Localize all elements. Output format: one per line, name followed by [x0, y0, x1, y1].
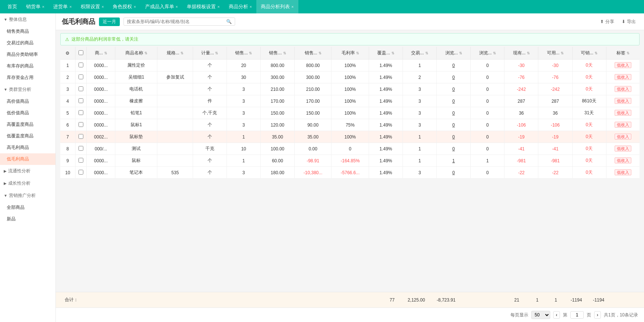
- nav-product-analysis[interactable]: 商品分析 ×: [224, 0, 256, 13]
- row-checkbox-cell: [75, 83, 86, 95]
- sidebar-item-high-margin[interactable]: 高毛利商品: [0, 142, 55, 153]
- search-input[interactable]: [127, 19, 225, 24]
- pagination-summary: 共1页，10条记录: [604, 312, 638, 318]
- row-current-stock: -242: [504, 83, 538, 95]
- row-code: 0000...: [86, 60, 115, 71]
- nav-home[interactable]: 首页: [3, 0, 22, 13]
- table-header-row: ⚙ 商... ⇅ 商品名称 ⇅ 规格... ⇅ 计量... ⇅ 销售... ⇅ …: [60, 47, 640, 60]
- sidebar-item-high-value[interactable]: 高价值商品: [0, 96, 55, 107]
- section-growth-arrow: ▶: [4, 181, 7, 185]
- nav-product-analysis-list-close[interactable]: ×: [291, 4, 294, 9]
- row-view1[interactable]: 0: [437, 83, 471, 95]
- row-view1[interactable]: 0: [437, 95, 471, 107]
- sidebar-section-overall[interactable]: ▼ 整体信息: [0, 13, 55, 26]
- row-checkbox[interactable]: [79, 134, 83, 139]
- nav-role-auth[interactable]: 角色授权 ×: [108, 0, 140, 13]
- share-icon: ⬆: [600, 19, 604, 24]
- row-checkbox-cell: [75, 143, 86, 155]
- row-view1[interactable]: 0: [437, 60, 471, 71]
- nav-sales-order-close[interactable]: ×: [42, 4, 44, 9]
- row-view1[interactable]: 0: [437, 71, 471, 83]
- nav-product-entry[interactable]: 产成品入库单 ×: [141, 0, 182, 13]
- export-icon: ⬇: [622, 19, 625, 24]
- sidebar-item-all-products[interactable]: 全部商品: [0, 202, 55, 213]
- row-name: 鼠标: [115, 155, 157, 167]
- row-name: 橡皮擦: [115, 95, 157, 107]
- date-filter-button[interactable]: 近一月: [99, 17, 120, 26]
- row-checkbox[interactable]: [79, 98, 83, 103]
- row-current-stock: -19: [504, 131, 538, 143]
- col-settings[interactable]: ⚙: [60, 47, 75, 60]
- sidebar-item-category-rate[interactable]: 商品分类助销率: [0, 49, 55, 60]
- row-unit: 千克: [193, 143, 227, 155]
- sidebar-section-flow[interactable]: ▶ 流通性分析: [0, 165, 55, 177]
- sidebar-item-low-margin[interactable]: 低毛利商品: [0, 153, 55, 165]
- row-no: 5: [60, 107, 75, 119]
- select-all-checkbox[interactable]: [79, 50, 83, 55]
- sidebar-item-low-value[interactable]: 低价值商品: [0, 107, 55, 119]
- nav-product-analysis-close[interactable]: ×: [250, 4, 252, 9]
- nav-permission-settings-close[interactable]: ×: [102, 4, 104, 9]
- nav-permission-settings[interactable]: 权限设置 ×: [76, 0, 108, 13]
- nav-product-analysis-list[interactable]: 商品分析列表 ×: [256, 0, 298, 13]
- row-checkbox[interactable]: [79, 122, 83, 127]
- sidebar-item-in-stock[interactable]: 有库存的商品: [0, 60, 55, 72]
- row-spec: [157, 83, 193, 95]
- nav-template-settings-close[interactable]: ×: [217, 4, 220, 9]
- nav-purchase-order[interactable]: 进货单 ×: [49, 0, 76, 13]
- export-button[interactable]: ⬇ 导出: [619, 17, 638, 26]
- row-checkbox[interactable]: [79, 63, 83, 67]
- row-sales-qty: 1: [227, 131, 260, 143]
- col-code: 商... ⇅: [86, 47, 115, 60]
- tag-badge: 低收入: [615, 74, 631, 80]
- row-checkbox[interactable]: [79, 170, 83, 175]
- row-view1[interactable]: 0: [437, 119, 471, 131]
- row-unit: 个: [193, 71, 227, 83]
- sidebar-item-capital[interactable]: 库存资金占用: [0, 72, 55, 83]
- row-view1[interactable]: 0: [437, 143, 471, 155]
- row-unit: 个: [193, 119, 227, 131]
- row-view1[interactable]: 1: [437, 155, 471, 167]
- sidebar-item-sales-products[interactable]: 销售类商品: [0, 26, 55, 37]
- nav-product-entry-close[interactable]: ×: [176, 4, 178, 9]
- nav-sales-order[interactable]: 销货单 ×: [22, 0, 49, 13]
- row-name: 属性定价: [115, 60, 157, 71]
- row-transaction: 1: [403, 155, 437, 167]
- sidebar-section-cluster[interactable]: ▼ 类群堂分析: [0, 83, 55, 96]
- row-checkbox[interactable]: [79, 86, 83, 91]
- sidebar-item-new-products[interactable]: 新品: [0, 213, 55, 225]
- sidebar-item-traded-products[interactable]: 交易过的商品: [0, 37, 55, 49]
- row-view1[interactable]: 0: [437, 167, 471, 179]
- search-icon[interactable]: 🔍: [226, 19, 232, 24]
- nav-purchase-order-close[interactable]: ×: [69, 4, 71, 9]
- row-checkbox-cell: [75, 95, 86, 107]
- page-input[interactable]: [570, 311, 584, 319]
- row-sales-amount: 150.00: [260, 107, 294, 119]
- page-header: 低毛利商品 近一月 🔍 ⬆ 分享 ⬇ 导出: [56, 13, 644, 30]
- row-saleable: 31天: [572, 107, 606, 119]
- row-current-stock: -981: [504, 155, 538, 167]
- sidebar-item-high-coverage[interactable]: 高覆盖度商品: [0, 119, 55, 130]
- row-view1[interactable]: 0: [437, 131, 471, 143]
- row-unit: 个: [193, 131, 227, 143]
- row-transaction: 3: [403, 95, 437, 107]
- row-name: 鼠标垫: [115, 131, 157, 143]
- row-no: 9: [60, 155, 75, 167]
- sidebar-item-low-coverage[interactable]: 低覆盖度商品: [0, 130, 55, 142]
- prev-page-button[interactable]: ‹: [553, 311, 560, 319]
- next-page-button[interactable]: ›: [594, 311, 601, 319]
- row-checkbox[interactable]: [79, 74, 83, 79]
- row-checkbox[interactable]: [79, 110, 83, 115]
- sidebar-section-marketing[interactable]: ▼ 营销推广分析: [0, 189, 55, 202]
- row-view1[interactable]: 0: [437, 107, 471, 119]
- row-checkbox[interactable]: [79, 146, 83, 151]
- per-page-select[interactable]: 50 20 100: [531, 311, 550, 319]
- row-code: 0000...: [86, 83, 115, 95]
- nav-template-settings[interactable]: 单据模板设置 ×: [182, 0, 224, 13]
- nav-role-auth-close[interactable]: ×: [134, 4, 136, 9]
- row-checkbox[interactable]: [79, 158, 83, 163]
- sidebar-section-growth[interactable]: ▶ 成长性分析: [0, 177, 55, 189]
- notice-text: 这部分商品的利润非常低，请关注: [71, 36, 138, 42]
- row-current-stock: 287: [504, 95, 538, 107]
- share-button[interactable]: ⬆ 分享: [598, 17, 616, 26]
